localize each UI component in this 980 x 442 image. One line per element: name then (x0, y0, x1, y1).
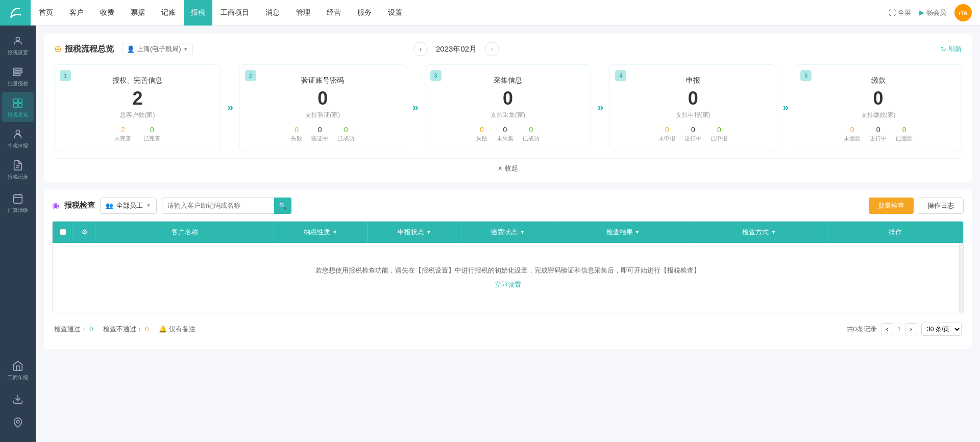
search-input[interactable] (162, 198, 274, 214)
table-empty-state: 若您想使用报税检查功能，请先在【报税设置】中进行报税的初始化设置，完成密码验证和… (53, 243, 963, 313)
filter-icon-1: ▼ (332, 229, 337, 235)
dropdown-arrow-icon: ▼ (146, 203, 151, 208)
table-header: ⚙ 客户名称 纳税性质 ▼ 申报状态 ▼ 缴费状态 ▼ (53, 222, 963, 243)
search-button[interactable]: 🔍 (274, 198, 291, 214)
step-card-2: 2 验证账号密码 0 支持验证(家) 0 失败 0 验证中 (239, 64, 406, 151)
top-nav: 首页 客户 收费 票据 记账 报税 工商项目 消息 管理 经营 服务 设置 ⛶ … (0, 0, 980, 26)
sidebar-item-batch-tax[interactable]: 批量报税 (2, 61, 34, 91)
svg-rect-4 (14, 74, 20, 76)
tax-record-icon (11, 158, 25, 173)
next-page-button[interactable]: › (905, 323, 917, 335)
vip-button[interactable]: ▶ 畅会员 (919, 8, 946, 17)
stat-uncollected: 0 未采集 (497, 126, 513, 142)
scrollbar-track[interactable] (959, 243, 963, 313)
svg-rect-8 (18, 104, 22, 107)
operation-log-button[interactable]: 操作日志 (918, 198, 964, 214)
collapse-bar[interactable]: ∧ 收起 (54, 158, 962, 174)
filter-icon-4: ▼ (635, 229, 640, 235)
personal-tax-icon (11, 127, 25, 141)
filter-icon-2: ▼ (426, 229, 431, 235)
stat-reported: 0 已申报 (710, 126, 727, 142)
nav-right: ⛶ 全屏 ▶ 畅会员 iTA (889, 4, 980, 21)
business-annual-icon (11, 359, 25, 373)
fullscreen-icon: ⛶ (889, 9, 896, 17)
step-number-2: 2 (245, 70, 256, 81)
staff-icon: 👥 (106, 202, 113, 209)
step-card-3: 3 采集信息 0 支持采集(家) 0 失败 0 未采集 (425, 64, 592, 151)
nav-item-fee[interactable]: 收费 (92, 0, 122, 26)
nav-item-accounting[interactable]: 记账 (153, 0, 184, 26)
steps-row: 1 授权、完善信息 2 总客户数(家) 2 未完善 0 已完善 (54, 64, 962, 151)
nav-item-home[interactable]: 首页 (31, 0, 61, 26)
nav-menu: 首页 客户 收费 票据 记账 报税 工商项目 消息 管理 经营 服务 设置 (31, 0, 889, 26)
nav-item-service[interactable]: 服务 (349, 0, 380, 26)
gear-icon: ⚙ (82, 228, 88, 236)
location-tag[interactable]: 👤 上海(电子税局) ▼ (122, 43, 193, 55)
nav-item-operation[interactable]: 经营 (318, 0, 349, 26)
step-stats-1: 2 未完善 0 已完善 (61, 126, 214, 142)
fail-count-link[interactable]: 0 (145, 325, 149, 333)
check-header: ◉ 报税检查 👥 全部员工 ▼ 🔍 批量检查 操作日志 (52, 198, 964, 214)
step-title-4: 申报 (616, 76, 770, 85)
search-icon: 🔍 (278, 202, 287, 210)
step-stats-2: 0 失败 0 验证中 0 已成功 (246, 126, 400, 142)
refresh-button[interactable]: ↻ 刷新 (941, 44, 962, 54)
main-layout: 报税设置 批量报税 报税总览 个税申报 报税记录 (0, 26, 980, 442)
filter-icon-5: ▼ (771, 229, 776, 235)
step-count-4: 0 (616, 88, 770, 109)
table-col-gear[interactable]: ⚙ (74, 222, 95, 243)
table-footer: 检查通过： 0 检查不通过： 0 🔔 仅有备注 共0条记录 ‹ 1 › (52, 317, 964, 341)
table-container: ⚙ 客户名称 纳税性质 ▼ 申报状态 ▼ 缴费状态 ▼ (52, 221, 964, 313)
sidebar-item-personal-tax[interactable]: 个税申报 (2, 123, 34, 153)
sidebar-item-location[interactable] (2, 411, 34, 434)
svg-point-1 (16, 37, 19, 41)
staff-filter[interactable]: 👥 全部员工 ▼ (100, 198, 157, 214)
nav-item-manage[interactable]: 管理 (288, 0, 318, 26)
sidebar-item-tax-overview[interactable]: 报税总览 (2, 92, 34, 122)
svg-rect-7 (14, 104, 17, 107)
overview-panel: ⊕ 报税流程总览 👤 上海(电子税局) ▼ ‹ 2023年02月 › ↻ 刷新 (44, 34, 972, 182)
table-col-report-status[interactable]: 申报状态 ▼ (368, 222, 462, 243)
sidebar-item-download[interactable] (2, 388, 34, 410)
batch-check-button[interactable]: 批量检查 (869, 198, 914, 214)
nav-item-business[interactable]: 工商项目 (212, 0, 257, 26)
content-area: ⊕ 报税流程总览 👤 上海(电子税局) ▼ ‹ 2023年02月 › ↻ 刷新 (36, 26, 980, 442)
nav-item-invoice[interactable]: 票据 (122, 0, 153, 26)
sidebar-item-tax-record[interactable]: 报税记录 (2, 154, 34, 184)
step-arrow-2: » (406, 64, 425, 151)
table-col-checkbox[interactable] (53, 222, 74, 243)
sidebar-item-tax-settings[interactable]: 报税设置 (2, 30, 34, 60)
avatar: iTA (954, 4, 972, 21)
fail-count: 检查不通过： 0 (103, 325, 149, 334)
batch-tax-icon (11, 65, 25, 79)
fullscreen-button[interactable]: ⛶ 全屏 (889, 8, 911, 17)
filter-icon-3: ▼ (520, 229, 525, 235)
user-icon: 👤 (127, 45, 135, 53)
nav-item-settings[interactable]: 设置 (380, 0, 410, 26)
page-size-select[interactable]: 30 条/页 (921, 323, 962, 336)
prev-page-button[interactable]: ‹ (881, 323, 893, 335)
stat-unreported: 0 未申报 (658, 126, 675, 142)
nav-item-client[interactable]: 客户 (61, 0, 92, 26)
pass-count-link[interactable]: 0 (89, 325, 93, 333)
next-month-button[interactable]: › (485, 42, 499, 56)
dropdown-icon: ▼ (183, 46, 188, 52)
sidebar-item-business-annual[interactable]: 工商年报 (2, 355, 34, 385)
nav-item-tax[interactable]: 报税 (184, 0, 212, 26)
table-col-tax-nature[interactable]: 纳税性质 ▼ (274, 222, 368, 243)
check-panel: ◉ 报税检查 👥 全部员工 ▼ 🔍 批量检查 操作日志 (44, 189, 972, 349)
stat-unpaid: 0 未缴款 (844, 126, 861, 142)
sidebar-item-annual-tax[interactable]: 汇算清缴 (2, 187, 34, 217)
logo (0, 0, 31, 26)
step-card-4: 4 申报 0 支持申报(家) 0 未申报 0 进行中 (609, 64, 776, 151)
table-col-pay-status[interactable]: 缴费状态 ▼ (461, 222, 555, 243)
sidebar: 报税设置 批量报税 报税总览 个税申报 报税记录 (0, 26, 36, 442)
check-title: 报税检查 (64, 201, 95, 210)
table-col-check-method[interactable]: 检查方式 ▼ (691, 222, 827, 243)
table-col-check-result[interactable]: 检查结果 ▼ (555, 222, 692, 243)
current-page: 1 (897, 325, 901, 333)
prev-month-button[interactable]: ‹ (413, 42, 428, 56)
setup-link[interactable]: 立即设置 (495, 281, 521, 288)
nav-item-message[interactable]: 消息 (257, 0, 288, 26)
select-all-checkbox[interactable] (60, 229, 66, 235)
